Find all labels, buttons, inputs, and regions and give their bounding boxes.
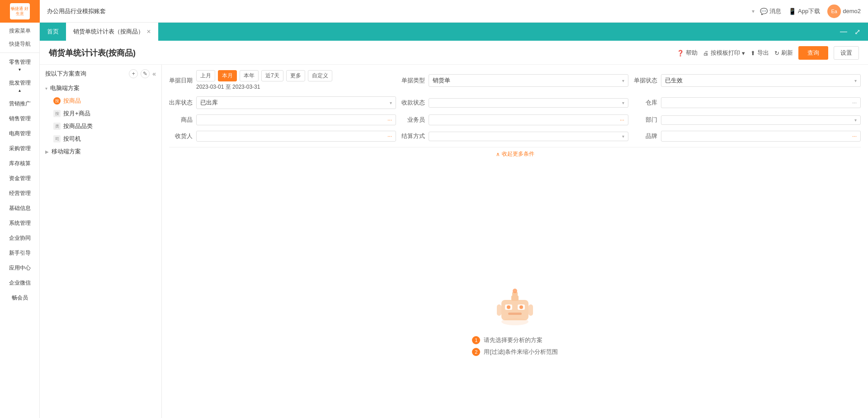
message-icon: 💬 [760, 8, 768, 15]
right-section: 单据日期 上月 本月 本年 近7天 更多 自定义 [162, 65, 868, 418]
sidebar-item-member[interactable]: 畅会员 [0, 290, 39, 305]
chevron-down-icon: ▾ [622, 100, 624, 105]
sidebar-item-system[interactable]: 系统管理 [0, 216, 39, 231]
sidebar-item-label: 基础信息 [9, 204, 31, 212]
sidebar-item-wholesale[interactable]: 批发管理 ▴ [0, 76, 39, 96]
query-button[interactable]: 查询 [798, 46, 828, 60]
sidebar-item-inventory[interactable]: 库存核算 [0, 156, 39, 171]
date-last-month-btn[interactable]: 上月 [196, 70, 215, 81]
filter-row-1: 单据日期 上月 本月 本年 近7天 更多 自定义 [169, 70, 861, 91]
left-panel-title: 按以下方案查询 [45, 70, 86, 78]
sidebar-item-apps[interactable]: 应用中心 [0, 261, 39, 276]
tree-child-by-month-goods[interactable]: 按 按月+商品 [40, 107, 161, 120]
sidebar-item-finance[interactable]: 资金管理 [0, 171, 39, 186]
refresh-button[interactable]: ↻ 刷新 [774, 49, 793, 57]
tree-parent-mobile[interactable]: ▶ 移动端方案 [40, 145, 161, 158]
date-label: 单据日期 [169, 76, 196, 85]
brand-select[interactable]: ··· [661, 131, 861, 142]
sidebar-item-basic[interactable]: 基础信息 [0, 201, 39, 216]
tab-minimize-button[interactable]: — [838, 26, 849, 37]
download-icon: 📱 [788, 8, 796, 15]
print-button[interactable]: 🖨 按模板打印 ▾ [703, 49, 745, 57]
date-this-month-btn[interactable]: 本月 [218, 70, 237, 81]
industry-title: 办公用品行业模拟账套 [47, 7, 746, 15]
tab-maximize-button[interactable]: ⤢ [852, 26, 863, 37]
chevron-down-icon: ▾ [854, 78, 857, 83]
empty-illustration [488, 282, 542, 327]
sidebar-item-wechat[interactable]: 企业微信 [0, 276, 39, 290]
tree-child-by-goods[interactable]: 按 按商品 [40, 95, 161, 107]
help-button[interactable]: ❓ 帮助 [677, 49, 698, 57]
dots-icon: ··· [387, 133, 392, 139]
sidebar-item-quick-nav[interactable]: 快捷导航 [0, 38, 39, 53]
dept-select[interactable]: ▾ [661, 115, 861, 125]
out-status-filter: 出库状态 已出库 ▾ [169, 96, 396, 109]
payment-status-filter: 收款状态 ▾ [401, 96, 628, 109]
sidebar-item-label: 营销推广 [9, 100, 31, 108]
doc-status-filter: 单据状态 已生效 ▾ [634, 70, 861, 91]
payment-status-label: 收款状态 [401, 99, 429, 107]
content-inner: 销货单统计计表(按商品) ❓ 帮助 🖨 按模板打印 ▾ ⬆ 导出 [40, 41, 868, 418]
doc-status-select[interactable]: 已生效 ▾ [661, 74, 861, 87]
dropdown-icon[interactable]: ▾ [752, 8, 755, 14]
tab-sales-stats[interactable]: 销货单统计计表（按商品） ✕ [66, 23, 158, 41]
empty-state: 1 请先选择要分析的方案 2 用[过滤]条件来缩小分析范围 [162, 220, 868, 418]
sidebar-item-newbie[interactable]: 新手引导 [0, 246, 39, 261]
help-icon: ❓ [677, 50, 684, 57]
svg-rect-1 [501, 300, 528, 320]
collapse-panel-button[interactable]: « [152, 70, 156, 77]
collapse-filters-button[interactable]: ∧ 收起更多条件 [169, 147, 861, 161]
filter-panel: 单据日期 上月 本月 本年 近7天 更多 自定义 [162, 65, 868, 220]
receiver-select[interactable]: ··· [196, 131, 396, 142]
out-status-select[interactable]: 已出库 ▾ [196, 96, 396, 109]
warehouse-filter: 仓库 ··· [634, 96, 861, 109]
goods-select[interactable]: ··· [196, 114, 396, 125]
tree-child-by-category[interactable]: 类 按商品品类 [40, 120, 161, 133]
sidebar-item-enterprise[interactable]: 企业协同 [0, 231, 39, 246]
settings-button[interactable]: 设置 [834, 46, 859, 60]
avatar: Ea [827, 5, 841, 18]
active-scheme-icon: 按 [53, 97, 61, 104]
add-scheme-button[interactable]: + [129, 69, 138, 78]
dots-icon: ··· [852, 100, 857, 106]
sidebar-item-operation[interactable]: 经营管理 [0, 186, 39, 201]
brand-filter: 品牌 ··· [634, 131, 861, 142]
filter-row-3: 商品 ··· 业务员 ··· [169, 114, 861, 125]
empty-tip-1: 1 请先选择要分析的方案 [472, 336, 557, 344]
message-button[interactable]: 💬 消息 [760, 7, 781, 15]
sidebar-item-retail[interactable]: 零售管理 ▾ [0, 55, 39, 76]
app-download-button[interactable]: 📱 App下载 [788, 7, 820, 15]
date-custom-btn[interactable]: 自定义 [308, 70, 332, 81]
dots-icon: ··· [387, 117, 392, 123]
warehouse-select[interactable]: ··· [661, 97, 861, 108]
doc-type-select[interactable]: 销货单 ▾ [429, 74, 628, 87]
tab-close-icon[interactable]: ✕ [146, 28, 151, 35]
payment-status-select[interactable]: ▾ [429, 98, 628, 108]
settlement-select[interactable]: ▾ [429, 132, 628, 141]
sales-stats-tab-label: 销货单统计计表（按商品） [73, 28, 144, 36]
edit-scheme-button[interactable]: ✎ [141, 69, 150, 78]
sidebar-item-label: 采购管理 [9, 145, 31, 152]
tree-parent-label: 电脑端方案 [50, 84, 80, 92]
empty-tips: 1 请先选择要分析的方案 2 用[过滤]条件来缩小分析范围 [472, 336, 557, 356]
sidebar-item-label: 企业协同 [9, 234, 31, 242]
date-more-btn[interactable]: 更多 [286, 70, 305, 81]
tree-parent-desktop[interactable]: ▾ 电脑端方案 [40, 82, 161, 95]
dept-filter: 部门 ▾ [634, 114, 861, 125]
sidebar-item-ecommerce[interactable]: 电商管理 [0, 126, 39, 141]
user-profile[interactable]: Ea demo2 [827, 5, 861, 18]
date-this-year-btn[interactable]: 本年 [240, 70, 259, 81]
sidebar-item-purchase[interactable]: 采购管理 [0, 141, 39, 156]
doc-type-value: 销货单 [433, 76, 450, 85]
date-last-7days-btn[interactable]: 近7天 [261, 70, 283, 81]
salesman-select[interactable]: ··· [429, 114, 628, 125]
tab-home[interactable]: 首页 [40, 23, 66, 41]
receiver-label: 收货人 [169, 132, 196, 140]
sidebar-item-search[interactable]: 搜索菜单 [0, 23, 39, 38]
collapse-up-icon: ∧ [496, 151, 500, 157]
export-button[interactable]: ⬆ 导出 [750, 49, 769, 57]
sidebar-item-marketing[interactable]: 营销推广 [0, 96, 39, 111]
tree-child-by-driver[interactable]: 司 按司机 [40, 133, 161, 145]
refresh-icon: ↻ [774, 50, 779, 57]
sidebar-item-sales[interactable]: 销售管理 [0, 111, 39, 126]
